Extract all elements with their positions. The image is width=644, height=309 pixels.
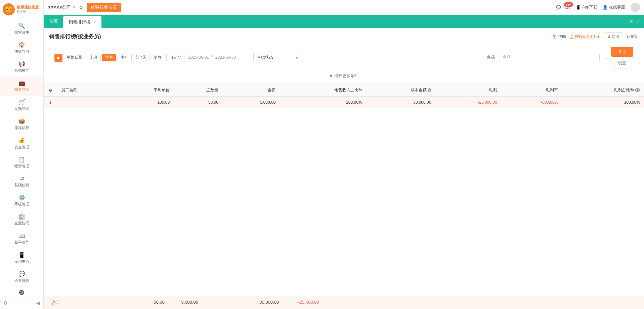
sidebar-item-appcenter[interactable]: 📱 应用中心 [0,248,43,267]
sidebar-item-member[interactable]: 🅥 畅会员 [0,287,43,297]
main-content: XXXXX公司 ▼ ⚙ 体验行业方案 💬 消息 99+ 📱 App下载 👤 在线… [44,0,644,309]
status-filter[interactable]: 单据状态 ▼ [253,53,302,62]
sidebar: 🐱 畅康通好生意 标准版 🔍 搜索菜单 🏠 快捷导航 📢 营销推广 💼 销售管理… [0,0,44,309]
sidebar-item-quicknav[interactable]: 🏠 快捷导航 [0,38,43,57]
help-label: 帮助 [558,34,566,40]
date-btn-7days[interactable]: 近7天 [133,54,149,61]
sidebar-item-wechat[interactable]: 💬 企业微信 [0,267,43,287]
sidebar-item-label: 系统管理 [14,202,29,207]
table-settings-icon[interactable]: ⚙ [49,88,52,93]
help-button[interactable]: ❓ 帮助 [552,34,566,40]
footer-qty: 50.00 [135,300,169,306]
settings-button[interactable]: 设置 [611,58,633,68]
sidebar-footer: ⚙ ◀ [0,297,43,309]
filter-row-1: ▶ 单据日期 上月 本月 本年 近7天 更多 自定义 2023-06-01 至 … [54,44,633,71]
sidebar-item-system[interactable]: ⚙️ 系统管理 [0,191,43,210]
date-btn-last-month[interactable]: 上月 [87,54,101,61]
sidebar-item-sales[interactable]: 💼 销售管理 [0,76,43,96]
export-button[interactable]: ⬇ 导出 [604,32,623,41]
date-btn-more[interactable]: 更多 [151,54,165,61]
app-download-button[interactable]: 📱 App下载 [576,4,597,10]
settings-footer-icon[interactable]: ⚙ [3,300,8,306]
logo-icon: 🐱 [3,3,15,15]
goods-filter[interactable]: 商品 [499,53,600,62]
avatar[interactable] [631,3,640,12]
sidebar-item-marketing[interactable]: 📢 营销推广 [0,57,43,76]
sidebar-menu: 🔍 搜索菜单 🏠 快捷导航 📢 营销推广 💼 销售管理 🛒 采购管理 📦 库存核… [0,19,43,297]
sidebar-item-label: 销售管理 [14,87,29,92]
cell-avg-price: 100.00 [116,97,174,108]
sidebar-item-inventory[interactable]: 📦 库存核算 [0,115,43,134]
window-expand-icon[interactable]: ⤢ [636,19,640,24]
expand-row: ▼ 展开更多条件 [54,71,633,81]
message-button[interactable]: 💬 消息 99+ [556,4,570,10]
sidebar-item-purchase[interactable]: 🛒 采购管理 [0,96,43,115]
print-chevron-icon: ▼ [596,35,600,39]
date-btn-this-year[interactable]: 本年 [118,54,132,61]
marketing-icon: 📢 [18,61,25,67]
sidebar-item-label: 快捷导航 [14,49,29,54]
wechat-icon: 💬 [18,271,25,277]
date-filter-label: 单据日期 [67,55,83,60]
company-name: XXXXX公司 [48,4,71,10]
help-icon: ❓ [552,35,557,39]
footer-label: 合计 [48,300,135,306]
print-icon: 🖨 [569,35,573,39]
collapse-icon[interactable]: ◀ [36,300,40,306]
app-label: App下载 [582,4,597,10]
cell-name [57,97,116,108]
sidebar-item-basicinfo[interactable]: 🗂 基础信息 [0,172,43,191]
online-service-button[interactable]: 👤 在线客服 [603,4,625,10]
query-button[interactable]: 查询 [611,47,633,57]
expand-icon: ▼ [329,74,333,79]
cell-rank: 1 [44,97,57,108]
date-btn-this-month[interactable]: 本月 [102,54,116,61]
sidebar-item-operations[interactable]: 📋 经营管理 [0,153,43,172]
system-icon: ⚙️ [18,194,25,201]
col-qty: 主数量 [174,84,222,97]
footer-empty-pct [202,300,243,306]
sidebar-item-label: 资金管理 [14,145,29,150]
sidebar-item-search[interactable]: 🔍 搜索菜单 [0,19,43,38]
sidebar-item-enterprise[interactable]: 🏢 企业协同 [0,210,43,229]
sidebar-item-label: 经营管理 [14,164,29,169]
expand-button[interactable]: ▼ 展开更多条件 [329,73,359,79]
tab-active-label: 销售排行榜 [69,19,90,25]
home-icon: 🏠 [18,42,25,48]
col-settings: ⚙ [44,84,57,97]
refresh-icon: ↻ [627,35,630,39]
goods-filter-label: 商品 [487,55,495,60]
sidebar-item-label: 应用中心 [14,259,29,264]
app-icon: 📱 [576,5,581,10]
tab-home[interactable]: 首页 [44,15,63,28]
table-footer: 合计 50.00 5,000.00 30,000.00 -25,000.00 [44,296,644,309]
date-btn-custom[interactable]: 自定义 [166,54,184,61]
page-actions: ❓ 帮助 🖨 按模板打印 ▼ ⬇ 导出 ↻ 刷新 [552,32,639,41]
export-icon: ⬇ [607,35,611,39]
filter-toggle-icon[interactable]: ▶ [54,54,62,62]
basicinfo-icon: 🗂 [19,175,25,182]
tab-sales-ranking[interactable]: 销售排行榜 ✕ [63,16,101,28]
trial-button[interactable]: 体验行业方案 [87,3,121,12]
print-button[interactable]: 🖨 按模板打印 ▼ [569,34,600,40]
company-chevron-icon: ▼ [72,5,76,9]
window-close-icon[interactable]: ✕ [629,19,633,24]
sidebar-item-guide[interactable]: 📖 新手引导 [0,229,43,248]
gear-icon[interactable]: ⚙ [79,5,83,10]
sales-icon: 💼 [18,80,25,86]
more-filter-icon[interactable]: ... [604,55,607,60]
company-select[interactable]: XXXXX公司 ▼ [48,4,76,10]
ranking-table: ⚙ 员工名称 平均单价 主数量 全额 销售收入占比% 成本全额 ℹ 毛利 毛利率… [44,84,644,108]
sidebar-item-finance[interactable]: 💰 资金管理 [0,134,43,153]
refresh-button[interactable]: ↻ 刷新 [627,34,639,40]
tab-close-icon[interactable]: ✕ [93,20,96,24]
search-icon: 🔍 [18,22,25,29]
topbar-right: 💬 消息 99+ 📱 App下载 👤 在线客服 [556,3,640,12]
page-title: 销售排行榜(按业务员) [49,33,101,40]
col-amount: 全额 [222,84,280,97]
purchase-icon: 🛒 [18,99,25,105]
page-title-row: 销售排行榜(按业务员) ❓ 帮助 🖨 按模板打印 ▼ ⬇ 导出 [49,32,639,41]
sidebar-item-label: 企业协同 [14,221,29,226]
sidebar-item-label: 基础信息 [14,183,29,188]
guide-icon: 📖 [18,233,25,239]
